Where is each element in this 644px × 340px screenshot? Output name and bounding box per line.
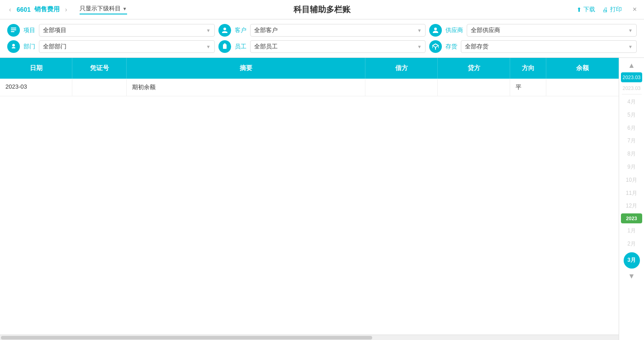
cell-credit <box>438 79 510 96</box>
sidebar-month-4[interactable]: 4月 <box>619 95 644 109</box>
inventory-arrow: ▼ <box>628 44 633 49</box>
col-summary: 摘要 <box>127 58 365 79</box>
col-voucher: 凭证号 <box>72 58 127 79</box>
filter-inventory: 存货 全部存货 ▼ <box>429 40 637 53</box>
table-row[interactable]: 2023-03 期初余额 平 <box>0 79 619 96</box>
download-label: 下载 <box>583 5 595 14</box>
col-credit: 贷方 <box>438 58 510 79</box>
col-date: 日期 <box>0 58 72 79</box>
sidebar-month-9[interactable]: 9月 <box>619 161 644 174</box>
filter-project: 项目 全部项目 ▼ <box>7 24 215 37</box>
account-name: 销售费用 <box>34 5 60 14</box>
prev-arrow[interactable]: ‹ <box>7 5 13 14</box>
inventory-label: 存货 <box>445 42 457 51</box>
project-label: 项目 <box>24 26 35 34</box>
filter-supplier: 供应商 全部供应商 ▼ <box>429 24 637 37</box>
sidebar-item-2023-03-top[interactable]: 2023.03 <box>621 72 642 82</box>
sidebar-up-arrow[interactable]: ▲ <box>626 60 637 71</box>
main-area: 日期 凭证号 摘要 借方 贷方 方向 余额 2023-03 期初余额 平 <box>0 58 644 340</box>
print-icon: 🖨 <box>602 6 608 13</box>
department-icon <box>7 40 20 53</box>
inventory-select[interactable]: 全部存货 ▼ <box>461 40 637 53</box>
sidebar-month-3-active[interactable]: 3月 <box>624 252 640 269</box>
right-sidebar: ▲ 2023.03 2023.03 4月 5月 6月 7月 8月 9月 10月 … <box>619 58 644 340</box>
project-value: 全部项目 <box>43 26 66 34</box>
col-balance: 余额 <box>546 58 619 79</box>
sidebar-month-12[interactable]: 12月 <box>619 199 644 212</box>
download-icon: ⬆ <box>577 6 582 13</box>
filter-area: 项目 全部项目 ▼ 客户 全部客户 ▼ 供应商 全部供应商 ▼ <box>0 19 644 58</box>
customer-value: 全部客户 <box>254 26 278 34</box>
month-active-label: 3月 <box>627 256 636 264</box>
sidebar-month-5[interactable]: 5月 <box>619 109 644 122</box>
svg-rect-0 <box>11 28 16 28</box>
title-bar: ‹ 6601 销售费用 › 只显示下级科目 ▼ 科目辅助多栏账 ⬆ 下载 🖨 打… <box>0 0 644 19</box>
sidebar-item-2023-03-second[interactable]: 2023.03 <box>622 83 642 93</box>
sidebar-month-7[interactable]: 7月 <box>619 134 644 147</box>
project-icon <box>7 24 20 37</box>
supplier-label: 供应商 <box>445 26 463 34</box>
sidebar-month-6[interactable]: 6月 <box>619 122 644 135</box>
sidebar-month-8[interactable]: 8月 <box>619 147 644 161</box>
sidebar-divider <box>622 94 642 94</box>
cell-debit <box>365 79 438 96</box>
show-sub-toggle[interactable]: 只显示下级科目 ▼ <box>80 5 127 14</box>
department-label: 部门 <box>24 42 35 51</box>
department-select[interactable]: 全部部门 ▼ <box>39 40 215 53</box>
cell-voucher <box>72 79 127 96</box>
supplier-value: 全部供应商 <box>471 26 500 34</box>
show-sub-label: 只显示下级科目 <box>80 5 121 13</box>
year-label: 2023 <box>626 216 637 221</box>
sidebar-down-arrow[interactable]: ▼ <box>626 270 637 282</box>
download-button[interactable]: ⬆ 下载 <box>577 5 595 14</box>
account-code[interactable]: 6601 <box>17 6 31 13</box>
sidebar-label: 2023.03 <box>623 75 641 80</box>
employee-select[interactable]: 全部员工 ▼ <box>250 40 426 53</box>
title-left: ‹ 6601 销售费用 › 只显示下级科目 ▼ <box>7 5 127 14</box>
col-debit: 借方 <box>365 58 438 79</box>
employee-value: 全部员工 <box>254 42 278 51</box>
customer-arrow: ▼ <box>417 28 421 33</box>
title-right: ⬆ 下载 🖨 打印 × <box>577 5 637 14</box>
supplier-icon <box>429 24 442 37</box>
horizontal-scrollbar[interactable] <box>0 335 619 340</box>
svg-rect-1 <box>11 29 16 30</box>
close-button[interactable]: × <box>633 5 637 14</box>
main-window: ‹ 6601 销售费用 › 只显示下级科目 ▼ 科目辅助多栏账 ⬆ 下载 🖨 打… <box>0 0 644 340</box>
project-select[interactable]: 全部项目 ▼ <box>39 24 215 37</box>
department-arrow: ▼ <box>206 44 211 49</box>
print-label: 打印 <box>610 5 622 14</box>
sidebar-month-1[interactable]: 1月 <box>619 224 644 237</box>
sidebar-month-11[interactable]: 11月 <box>619 187 644 200</box>
cell-date: 2023-03 <box>0 79 72 96</box>
project-arrow: ▼ <box>206 28 211 33</box>
filter-customer: 客户 全部客户 ▼ <box>218 24 426 37</box>
show-sub-arrow: ▼ <box>123 6 127 11</box>
svg-rect-2 <box>11 31 14 32</box>
inventory-icon <box>429 40 442 53</box>
table-body: 2023-03 期初余额 平 <box>0 79 619 335</box>
employee-arrow: ▼ <box>417 44 421 49</box>
print-button[interactable]: 🖨 打印 <box>602 5 622 14</box>
employee-label: 员工 <box>235 42 246 51</box>
next-arrow[interactable]: › <box>63 5 69 14</box>
supplier-select[interactable]: 全部供应商 ▼ <box>467 24 637 37</box>
sidebar-month-10[interactable]: 10月 <box>619 174 644 187</box>
employee-icon <box>218 40 231 53</box>
department-value: 全部部门 <box>43 42 66 51</box>
customer-icon <box>218 24 231 37</box>
filter-employee: 员工 全部员工 ▼ <box>218 40 426 53</box>
svg-point-3 <box>434 28 437 30</box>
page-title: 科目辅助多栏账 <box>294 4 350 15</box>
sidebar-year-2023[interactable]: 2023 <box>621 213 642 223</box>
scrollbar-thumb[interactable] <box>1 336 372 340</box>
filter-department: 部门 全部部门 ▼ <box>7 40 215 53</box>
table-header: 日期 凭证号 摘要 借方 贷方 方向 余额 <box>0 58 619 79</box>
inventory-value: 全部存货 <box>465 42 488 51</box>
cell-direction: 平 <box>510 79 546 96</box>
sidebar-label: 2023.03 <box>623 85 641 91</box>
cell-summary: 期初余额 <box>127 79 365 96</box>
customer-select[interactable]: 全部客户 ▼ <box>250 24 426 37</box>
sidebar-month-2[interactable]: 2月 <box>619 237 644 250</box>
svg-rect-4 <box>223 44 227 49</box>
